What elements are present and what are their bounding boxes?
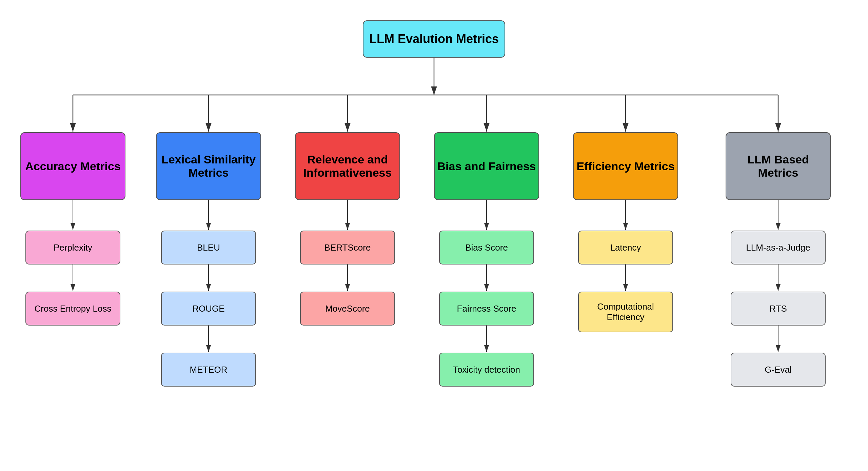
child-biasscore: Bias Score [439,231,534,264]
child-meteor: METEOR [161,353,256,387]
child-crossentropy: Cross Entropy Loss [25,292,120,326]
child-fairnessscore: Fairness Score [439,292,534,326]
cat-efficiency-label: Efficiency Metrics [576,160,674,173]
child-bleu: BLEU [161,231,256,264]
cat-llm: LLM Based Metrics [726,132,831,200]
root-label: LLM Evalution Metrics [369,32,499,46]
cat-bias: Bias and Fairness [434,132,539,200]
cat-relevence-label: Relevence and Informativeness [296,153,399,179]
cat-relevence: Relevence and Informativeness [295,132,400,200]
child-movescore: MoveScore [300,292,395,326]
child-perplexity: Perplexity [25,231,120,264]
child-rouge: ROUGE [161,292,256,326]
child-llmjudge: LLM-as-a-Judge [731,231,826,264]
child-toxicity: Toxicity detection [439,353,534,387]
child-bertscore: BERTScore [300,231,395,264]
cat-bias-label: Bias and Fairness [437,160,536,173]
cat-accuracy: Accuracy Metrics [20,132,125,200]
child-latency: Latency [578,231,673,264]
child-geval: G-Eval [731,353,826,387]
cat-lexical: Lexical Similarity Metrics [156,132,261,200]
cat-llm-label: LLM Based Metrics [726,153,830,179]
cat-efficiency: Efficiency Metrics [573,132,678,200]
child-computational: Computational Efficiency [578,292,673,332]
child-rts: RTS [731,292,826,326]
diagram-container: LLM Evalution Metrics Accuracy Metrics L… [0,0,868,471]
cat-lexical-label: Lexical Similarity Metrics [157,153,260,179]
cat-accuracy-label: Accuracy Metrics [25,160,121,173]
root-node: LLM Evalution Metrics [363,20,505,58]
